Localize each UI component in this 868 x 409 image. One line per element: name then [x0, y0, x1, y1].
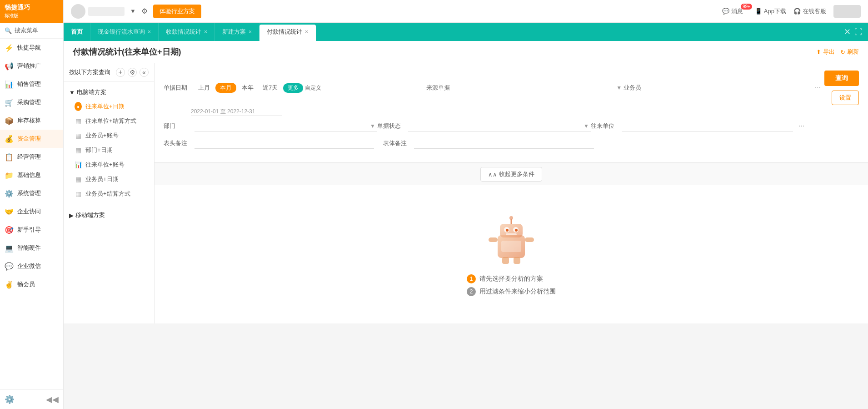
header-note-input[interactable] [195, 138, 374, 149]
filter-item-staff: 业务员 ··· [624, 82, 821, 93]
collapse-scheme-icon[interactable]: « [140, 68, 149, 77]
tab-receipt-stats-label: 收款情况统计 [166, 28, 201, 36]
scheme-item-dept-date[interactable]: ▦ 部门+日期 [64, 143, 154, 157]
tab-home[interactable]: 首页 [64, 23, 90, 41]
sidebar-logo: 畅捷通巧 标准版 [0, 0, 63, 23]
settings-icon[interactable]: ⚙ [141, 7, 148, 15]
filter-panel: 单据日期 上月 本月 本年 近7天 更多 自定义 [155, 63, 868, 163]
search-menu[interactable]: 🔍 搜索菜单 [0, 23, 63, 39]
user-info [71, 4, 125, 19]
maximize-icon[interactable]: ⛶ [854, 27, 863, 37]
sidebar-item-operation[interactable]: 📋 经营管理 [0, 148, 63, 166]
system-icon: ⚙️ [5, 189, 14, 198]
scheme-settings-icon[interactable]: ⚙ [128, 68, 137, 77]
sidebar: 畅捷通巧 标准版 🔍 搜索菜单 ⚡ 快捷导航 📢 营销推广 📊 销售管理 🛒 采… [0, 0, 64, 409]
collapse-bar: ∧∧ 收起更多条件 [155, 163, 868, 185]
scheme-item-unit-date[interactable]: ● 往来单位+日期 [64, 99, 154, 114]
tip-text-1: 请先选择要分析的方案 [479, 275, 543, 283]
sidebar-item-system[interactable]: ⚙️ 系统管理 [0, 184, 63, 202]
add-scheme-icon[interactable]: + [116, 68, 125, 77]
scheme-item-unit-account-label: 往来单位+账号 [85, 161, 125, 169]
sidebar-item-purchase[interactable]: 🛒 采购管理 [0, 93, 63, 111]
wechat-icon: 💬 [5, 262, 14, 271]
scheme-item-unit-settlement[interactable]: ▦ 往来单位+结算方式 [64, 114, 154, 128]
export-button[interactable]: ⬆ 导出 [816, 48, 835, 56]
sidebar-item-quick-nav[interactable]: ⚡ 快捷导航 [0, 39, 63, 57]
sidebar-item-wechat[interactable]: 💬 企业微信 [0, 257, 63, 275]
tab-bank-flow-close[interactable]: × [148, 29, 151, 35]
content-wrapper: 按以下方案查询 + ⚙ « ▼ 电脑端方案 ● [64, 63, 868, 323]
scheme-icon-6: ▦ [75, 190, 82, 197]
sidebar-item-marketing[interactable]: 📢 营销推广 [0, 57, 63, 75]
scheme-icon-2: ▦ [75, 132, 82, 139]
staff-input[interactable] [654, 82, 809, 93]
source-select[interactable]: ▼ [457, 83, 624, 93]
date-custom[interactable]: 自定义 [305, 84, 321, 92]
close-all-icon[interactable]: ✕ [844, 27, 851, 37]
tab-new-scheme[interactable]: 新建方案 × [215, 23, 259, 41]
scheme-item-staff-date[interactable]: ▦ 业务员+日期 [64, 172, 154, 187]
scheme-section-mobile-title[interactable]: ▶ 移动端方案 [64, 208, 154, 222]
partner-more-icon[interactable]: ··· [798, 122, 804, 130]
tab-payment-stats[interactable]: 付款情况统计 × [259, 25, 316, 41]
active-scheme-icon: ● [75, 103, 82, 110]
basic-icon: 📁 [5, 171, 14, 180]
svg-point-7 [509, 216, 513, 220]
collapse-button[interactable]: ∧∧ 收起更多条件 [480, 167, 542, 182]
trial-button[interactable]: 体验行业方案 [153, 5, 201, 18]
partner-input[interactable] [622, 121, 793, 131]
refresh-button[interactable]: ↻ 刷新 [840, 48, 859, 56]
user-dropdown-icon[interactable]: ▼ [130, 8, 136, 15]
tab-payment-stats-label: 付款情况统计 [267, 28, 302, 36]
filter-area: 单据日期 上月 本月 本年 近7天 更多 自定义 [155, 63, 868, 323]
tab-new-scheme-close[interactable]: × [249, 29, 252, 35]
header-note-label: 表头备注 [164, 139, 191, 147]
filter-settings-button[interactable]: 设置 [832, 91, 859, 105]
query-button[interactable]: 查询 [824, 71, 859, 86]
scheme-item-staff-account[interactable]: ▦ 业务员+账号 [64, 128, 154, 143]
tab-new-scheme-label: 新建方案 [222, 28, 246, 36]
messages-badge[interactable]: 💬 消息 99+ [722, 7, 748, 15]
scheme-section-pc-label: 电脑端方案 [77, 88, 106, 96]
collapse-label: 收起更多条件 [499, 170, 534, 178]
date-last-month[interactable]: 上月 [195, 83, 214, 93]
settings-bottom-icon[interactable]: ⚙️ [5, 394, 15, 404]
collapse-sidebar-icon[interactable]: ◀◀ [46, 394, 59, 404]
date-range-value: 2022-01-01 至 2022-12-31 [191, 108, 282, 116]
sidebar-item-sales[interactable]: 📊 销售管理 [0, 75, 63, 93]
sidebar-item-basic[interactable]: 📁 基础信息 [0, 166, 63, 184]
scheme-item-unit-account[interactable]: 📊 往来单位+账号 [64, 157, 154, 172]
empty-icon [484, 212, 539, 267]
doc-status-select[interactable]: ▼ [408, 121, 591, 131]
sidebar-item-fund[interactable]: 💰 资金管理 [0, 130, 63, 148]
member-icon: ✌️ [5, 280, 14, 289]
topbar: ▼ ⚙ 体验行业方案 💬 消息 99+ 📱 App下载 🎧 在线客服 [64, 0, 868, 23]
dept-select[interactable]: ▼ [195, 121, 377, 131]
scheme-section-pc-title[interactable]: ▼ 电脑端方案 [64, 86, 154, 99]
doc-status-label: 单据状态 [377, 122, 404, 130]
sidebar-item-member[interactable]: ✌️ 畅会员 [0, 275, 63, 293]
filter-row-1: 单据日期 上月 本月 本年 近7天 更多 自定义 [164, 71, 859, 105]
messages-count: 99+ [741, 4, 752, 10]
date-more[interactable]: 更多 [283, 83, 303, 93]
scheme-icon-5: ▦ [75, 176, 82, 183]
online-service[interactable]: 🎧 在线客服 [793, 7, 826, 15]
tab-receipt-stats-close[interactable]: × [204, 29, 207, 35]
body-note-input[interactable] [414, 138, 594, 149]
tab-receipt-stats[interactable]: 收款情况统计 × [159, 23, 215, 41]
tab-bank-flow[interactable]: 现金银行流水查询 × [90, 23, 159, 41]
sidebar-item-hardware[interactable]: 💻 智能硬件 [0, 239, 63, 257]
date-options: 上月 本月 本年 近7天 更多 自定义 [195, 83, 321, 93]
staff-more-icon[interactable]: ··· [815, 84, 821, 92]
sidebar-item-inventory[interactable]: 📦 库存核算 [0, 111, 63, 130]
sidebar-item-guide[interactable]: 🎯 新手引导 [0, 221, 63, 239]
app-download[interactable]: 📱 App下载 [755, 7, 786, 15]
date-last-7[interactable]: 近7天 [259, 83, 281, 93]
date-this-year[interactable]: 本年 [238, 83, 257, 93]
scheme-item-staff-settlement[interactable]: ▦ 业务员+结算方式 [64, 187, 154, 201]
date-this-month[interactable]: 本月 [215, 83, 236, 93]
empty-tips: 1 请先选择要分析的方案 2 用过滤条件来缩小分析范围 [467, 274, 556, 296]
sidebar-item-enterprise[interactable]: 🤝 企业协同 [0, 202, 63, 221]
sidebar-bottom: ⚙️ ◀◀ [0, 389, 63, 409]
tab-payment-stats-close[interactable]: × [305, 29, 308, 35]
